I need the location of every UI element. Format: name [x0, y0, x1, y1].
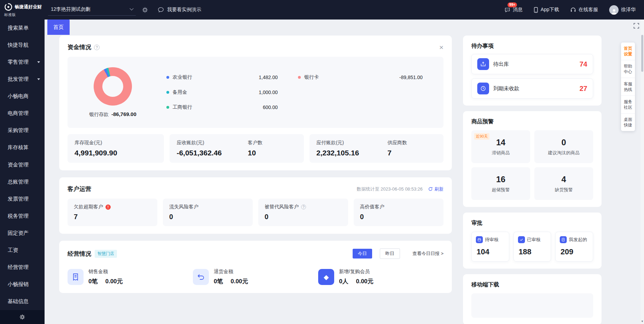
- sidebar-item-quick-nav[interactable]: 快捷导航: [0, 37, 45, 54]
- approval-box-pending[interactable]: 待审核 104: [471, 232, 509, 262]
- customers-title: 客户运营: [68, 185, 91, 193]
- messages-badge: 99+: [508, 2, 517, 7]
- mobile-download-panel: [471, 293, 593, 318]
- messages-button[interactable]: 99+ 消息: [504, 7, 523, 13]
- sidebar-item-retail[interactable]: 零售管理: [0, 54, 45, 71]
- app-download-label: App下载: [541, 7, 559, 13]
- todo-card: 待办事项 待出库 74 到期未收款 27: [463, 36, 602, 106]
- clock-icon: [477, 83, 489, 94]
- triangle-down-icon: [37, 61, 40, 63]
- scrollbar-thumb[interactable]: [641, 35, 643, 72]
- warning-box-eliminate[interactable]: 0 建议淘汰的商品: [534, 130, 593, 163]
- document-icon: [560, 236, 567, 243]
- refresh-icon: [428, 187, 433, 191]
- chevron-down-icon: [129, 7, 133, 10]
- demo-link[interactable]: 我要看实例演示: [158, 7, 201, 13]
- triangle-down-icon: [37, 78, 40, 80]
- funds-card: 资金情况 ? × 银行存款-86,769.00 农业银行1,482.00: [59, 36, 452, 170]
- legend-dot: [298, 76, 301, 79]
- approval-box-initiated[interactable]: 我发起的 209: [555, 232, 593, 262]
- sidebar-item-fixed-assets[interactable]: 固定资产: [0, 225, 45, 242]
- avatar: [609, 5, 619, 15]
- user-menu[interactable]: 徐泽华: [609, 5, 636, 15]
- message-icon: [504, 7, 510, 13]
- sidebar-item-wholesale[interactable]: 批发管理: [0, 71, 45, 88]
- sidebar-item-basic-info[interactable]: 基础信息: [0, 293, 45, 310]
- fullscreen-icon[interactable]: [634, 23, 639, 29]
- today-button[interactable]: 今日: [353, 249, 372, 259]
- logo-subtitle: 标准版: [4, 12, 42, 17]
- help-icon[interactable]: ?: [301, 205, 306, 209]
- sidebar-item-tax[interactable]: 税务管理: [0, 208, 45, 225]
- stat-box-receivable: 应收账款(元)-6,051,362.46 客户数10: [170, 134, 304, 163]
- stat-box-high-value: 高价值客户 0: [354, 199, 443, 226]
- business-title: 经营情况: [68, 250, 91, 258]
- online-service-button[interactable]: 在线客服: [570, 7, 598, 13]
- customer-stats-row: 欠款超期客户! 7 流失风险客户 0 被替代风险客户? 0 高价值客户 0: [68, 199, 443, 226]
- sidebar-item-ecommerce[interactable]: 电商管理: [0, 105, 45, 122]
- help-icon[interactable]: ?: [94, 45, 100, 50]
- sidebar-item-invoice[interactable]: 发票管理: [0, 191, 45, 208]
- sidebar-item-inventory[interactable]: 库存核算: [0, 139, 45, 156]
- app-download-button[interactable]: App下载: [534, 7, 559, 13]
- toolbar-service-community[interactable]: 服务社区: [621, 96, 635, 114]
- donut-center-label: 银行存款-86,769.00: [89, 111, 136, 118]
- yesterday-button[interactable]: 昨日: [380, 248, 400, 259]
- sidebar: 搜索菜单 快捷导航 零售管理 批发管理 小畅电商 电商管理 采购管理 库存核算 …: [0, 20, 45, 324]
- logo-title: 畅捷通好业财: [15, 4, 42, 10]
- stat-group-members: ◆ 新增/复购会员 0人0.00元: [318, 269, 443, 285]
- calendar-icon: [476, 236, 483, 243]
- messages-label: 消息: [513, 7, 523, 13]
- smart-store-tag: 智慧门店: [95, 250, 117, 258]
- todo-item-due-receivable[interactable]: 到期未收款 27: [471, 78, 593, 99]
- daily-report-link[interactable]: 查看今日日报 >: [413, 250, 443, 257]
- outbound-box-icon: [477, 58, 489, 70]
- check-icon: [518, 236, 525, 243]
- sidebar-item-search-menu[interactable]: 搜索菜单: [0, 20, 45, 37]
- legend-dot: [166, 91, 169, 94]
- sidebar-item-ledger[interactable]: 总账管理: [0, 173, 45, 191]
- member-diamond-icon: ◆: [318, 269, 334, 285]
- todo-item-outbound[interactable]: 待出库 74: [471, 54, 593, 74]
- warning-box-overstock[interactable]: 16 超储预警: [471, 167, 530, 200]
- donut-chart: [94, 67, 132, 106]
- stat-box-churn-risk: 流失风险客户 0: [163, 199, 253, 226]
- warnings-card: 商品预警 近90天 14 滞销商品 0 建议淘汰的商品 16 超储预警: [463, 111, 602, 207]
- sidebar-item-xiaochang-ecom[interactable]: 小畅电商: [0, 88, 45, 105]
- tab-home[interactable]: 首页: [47, 20, 70, 35]
- refresh-button[interactable]: 刷新: [428, 186, 443, 192]
- sidebar-item-funds[interactable]: 资金管理: [0, 156, 45, 173]
- sidebar-settings-gear-icon[interactable]: [0, 310, 45, 324]
- funds-chart-panel: 银行存款-86,769.00 农业银行1,482.00 备用金1,000.00 …: [68, 57, 443, 128]
- approval-box-approved[interactable]: 已审核 188: [513, 232, 551, 262]
- company-select-value: 12李艳芬测试勿删: [51, 6, 91, 13]
- topbar-gear-icon[interactable]: [142, 7, 148, 13]
- sidebar-item-payroll[interactable]: 工资: [0, 242, 45, 259]
- chart-legend: 农业银行1,482.00 备用金1,000.00 工商银行600.00 银行卡-…: [166, 74, 423, 110]
- legend-item: 工商银行600.00: [166, 104, 278, 110]
- sidebar-item-operation[interactable]: 经营管理: [0, 259, 45, 276]
- stat-box-replacement-risk: 被替代风险客户? 0: [258, 199, 348, 226]
- sidebar-item-expense[interactable]: 小畅报销: [0, 276, 45, 293]
- toolbar-help-center[interactable]: 帮助中心: [621, 60, 635, 78]
- company-select[interactable]: 12李艳芬测试勿删: [48, 4, 136, 16]
- toolbar-desktop-shortcut[interactable]: 桌面快捷: [621, 114, 635, 131]
- warning-box-outofstock[interactable]: 4 缺货预警: [534, 167, 593, 200]
- toolbar-service-hotline[interactable]: 客服热线: [621, 78, 635, 96]
- return-arrow-icon: [193, 269, 209, 285]
- business-stats-row: 销售金额 0笔0.00元 退货金额 0笔0.00元: [68, 269, 443, 285]
- funds-stats-row: 库存现金(元)4,991,909.90 应收账款(元)-6,051,362.46…: [68, 134, 443, 163]
- approval-title: 审批: [471, 219, 593, 227]
- scrollbar-down-arrow[interactable]: ▼: [641, 320, 644, 323]
- business-card: 经营情况 智慧门店 今日 昨日 查看今日日报 > 销售金额: [59, 241, 452, 293]
- legend-item: 备用金1,000.00: [166, 89, 278, 95]
- close-icon[interactable]: ×: [439, 44, 443, 51]
- warning-box-slow-moving[interactable]: 近90天 14 滞销商品: [471, 130, 530, 163]
- stat-box-cash: 库存现金(元)4,991,909.90: [68, 134, 164, 163]
- legend-item: 农业银行1,482.00: [166, 74, 278, 80]
- sidebar-item-purchase[interactable]: 采购管理: [0, 122, 45, 139]
- toolbar-home-settings[interactable]: 首页设置: [621, 43, 635, 60]
- approval-card: 审批 待审核 104: [463, 213, 602, 269]
- vertical-scrollbar[interactable]: ▼: [641, 20, 644, 324]
- app-logo: 畅捷通好业财 标准版: [0, 0, 45, 20]
